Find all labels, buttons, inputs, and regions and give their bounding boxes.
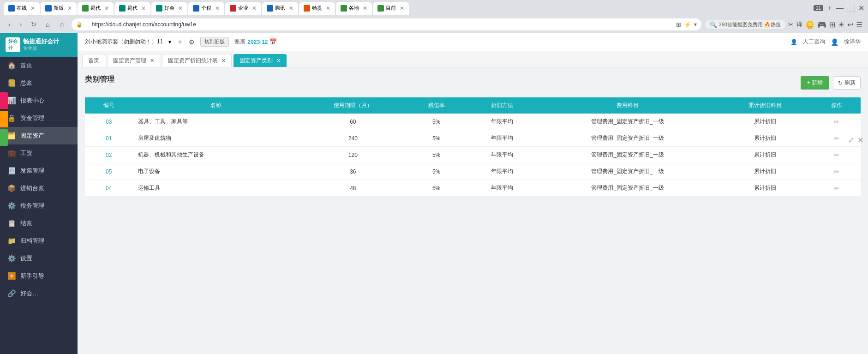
tab-close-icon[interactable]: ✕: [363, 5, 367, 12]
sidebar-item-tax[interactable]: ⚙️税务管理: [0, 197, 78, 215]
sidebar-item-ledger[interactable]: 📒总账: [0, 74, 78, 92]
browser-tab-10[interactable]: 目前✕: [373, 2, 409, 15]
tab-close-icon[interactable]: ✕: [141, 5, 146, 12]
page-tab-0[interactable]: 首页: [82, 54, 105, 67]
restore-icon[interactable]: ⬜: [846, 4, 856, 12]
page-tab-close-icon[interactable]: ✕: [276, 58, 281, 64]
sidebar-icon-archive: 📁: [7, 237, 16, 245]
sidebar-item-home[interactable]: 🏠首页: [0, 57, 78, 74]
dropdown-icon[interactable]: ▾: [694, 21, 697, 28]
browser-tab-9[interactable]: 各地✕: [336, 2, 372, 15]
tab-close-icon[interactable]: ✕: [67, 5, 72, 12]
page-tab-close-icon[interactable]: ✕: [150, 58, 154, 64]
add-icon[interactable]: ＋: [177, 38, 183, 46]
cut-icon[interactable]: ✂: [788, 21, 794, 28]
browser-tab-0[interactable]: 在线✕: [4, 2, 40, 15]
browser-tab-5[interactable]: 个税✕: [188, 2, 224, 15]
minimize-icon[interactable]: —: [836, 4, 844, 12]
cell-code[interactable]: 05: [85, 163, 132, 180]
tab-close-icon[interactable]: ✕: [215, 5, 220, 12]
tab-close-icon[interactable]: ✕: [289, 5, 293, 12]
side-icon-top[interactable]: [0, 92, 8, 109]
edit-icon[interactable]: ✏: [834, 135, 839, 142]
edit-icon[interactable]: ✏: [834, 185, 839, 192]
sidebar-icon-settings: ⚙️: [7, 254, 16, 263]
sidebar-item-settings[interactable]: ⚙️设置: [0, 250, 78, 267]
calendar-icon[interactable]: 📅: [269, 38, 277, 45]
device-icon[interactable]: ⊞: [676, 21, 681, 28]
edit-icon[interactable]: ✏: [834, 151, 839, 159]
address-input[interactable]: [85, 18, 673, 30]
browser-tab-8[interactable]: 畅提✕: [299, 2, 335, 15]
table-header-5: 费用科目: [538, 97, 718, 114]
page-tab-3[interactable]: 固定资产类别✕: [233, 54, 287, 67]
tab-close-icon[interactable]: ✕: [30, 5, 35, 12]
tab-close-icon[interactable]: ✕: [178, 5, 183, 12]
boost-icon[interactable]: ⚡: [684, 21, 691, 28]
cell-action[interactable]: ✏: [813, 180, 861, 197]
cell-code[interactable]: 03: [85, 114, 132, 130]
dropdown-arrow[interactable]: ▾: [168, 39, 171, 45]
page-tab-2[interactable]: 固定资产折旧统计表✕: [162, 54, 232, 67]
new-tab-icon[interactable]: ＋: [826, 3, 833, 13]
side-icon-bot[interactable]: [0, 129, 8, 146]
cell-action[interactable]: ✏: [813, 114, 861, 130]
cell-residual: 5%: [407, 147, 466, 163]
sidebar-item-reports[interactable]: 📊报表中心: [0, 92, 78, 109]
forward-button[interactable]: ›: [17, 20, 25, 29]
sidebar-item-salary[interactable]: 💼工资: [0, 144, 78, 162]
add-button[interactable]: + 新增: [801, 76, 829, 90]
tab-close-icon[interactable]: ✕: [252, 5, 257, 12]
side-icon-mid[interactable]: [0, 111, 8, 127]
expand-button[interactable]: ⤢: [848, 136, 854, 144]
sidebar-item-checkout[interactable]: 📋结账: [0, 215, 78, 232]
brightness-icon[interactable]: ☀: [838, 20, 844, 29]
close-panel-button[interactable]: ✕: [857, 136, 863, 144]
home-button[interactable]: ⌂: [43, 20, 52, 29]
page-tab-close-icon[interactable]: ✕: [221, 58, 226, 64]
browser-tab-3[interactable]: 易代✕: [114, 2, 150, 15]
tab-close-icon[interactable]: ✕: [400, 5, 404, 12]
undo-icon[interactable]: ↩: [847, 20, 853, 29]
grid-icon[interactable]: ⊞: [829, 20, 835, 29]
tab-close-icon[interactable]: ✕: [326, 5, 330, 12]
support-label[interactable]: 人工咨询: [803, 38, 825, 46]
sidebar-label-ledger: 总账: [20, 79, 32, 87]
old-version-button[interactable]: 切到旧版: [200, 37, 229, 47]
refresh-button[interactable]: ↻ 刷新: [833, 76, 861, 90]
menu-icon[interactable]: ☰: [856, 20, 862, 29]
sidebar-item-inventory[interactable]: 📦进销台账: [0, 180, 78, 197]
reload-button[interactable]: ↻: [28, 20, 39, 29]
sidebar-item-funds[interactable]: 🔒资金管理: [0, 109, 78, 127]
browser-tab-1[interactable]: 新版✕: [41, 2, 77, 15]
edit-icon[interactable]: ✏: [834, 168, 839, 175]
sidebar-item-more[interactable]: 🔗好会…: [0, 285, 78, 302]
sidebar-item-fixed-assets[interactable]: 🗂️固定资产: [0, 127, 78, 144]
settings-icon[interactable]: ⚙: [189, 38, 195, 46]
back-button[interactable]: ‹: [6, 20, 13, 29]
sidebar-item-archive[interactable]: 📁归档管理: [0, 232, 78, 250]
close-window-icon[interactable]: ✕: [858, 4, 864, 12]
sidebar-item-guide[interactable]: ▶️新手引导: [0, 267, 78, 285]
cell-code[interactable]: 02: [85, 147, 132, 163]
sidebar-item-invoice[interactable]: 🧾发票管理: [0, 162, 78, 180]
page-tab-1[interactable]: 固定资产管理✕: [107, 54, 160, 67]
cell-code[interactable]: 01: [85, 130, 132, 147]
cell-code[interactable]: 04: [85, 180, 132, 197]
bookmark-button[interactable]: ☆: [56, 20, 68, 29]
sidebar-icon-inventory: 📦: [7, 184, 16, 192]
support-icon: 👤: [790, 39, 797, 45]
coin-icon[interactable]: 🪙: [805, 20, 814, 29]
browser-tab-7[interactable]: 腾讯✕: [262, 2, 298, 15]
translate-icon[interactable]: 译: [796, 20, 802, 29]
edit-icon[interactable]: ✏: [834, 118, 839, 126]
game-icon[interactable]: 🎮: [817, 20, 826, 29]
tab-close-icon[interactable]: ✕: [104, 5, 109, 12]
browser-tab-2[interactable]: 易代✕: [78, 2, 114, 15]
tab-label: 好会: [164, 5, 174, 12]
cell-action[interactable]: ✏: [813, 163, 861, 180]
sidebar-icon-reports: 📊: [7, 96, 16, 105]
browser-tab-6[interactable]: 企业✕: [225, 2, 261, 15]
cell-action[interactable]: ✏: [813, 147, 861, 163]
browser-tab-4[interactable]: 好会✕: [151, 2, 187, 15]
